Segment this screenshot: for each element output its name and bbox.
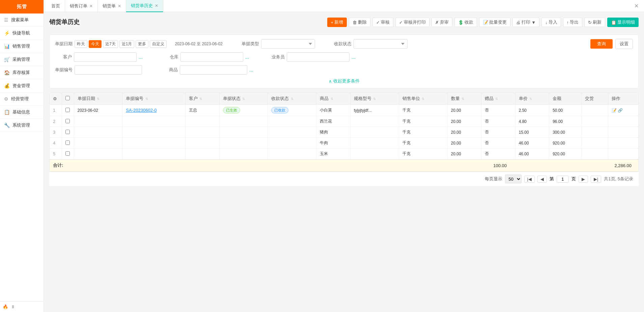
collapse-more-btn[interactable]: ∧ 收起更多条件 [55, 78, 633, 84]
refresh-button[interactable]: ↻ 刷新 [584, 18, 605, 27]
row-checkbox-cell[interactable] [62, 127, 74, 138]
show-detail-button[interactable]: 📋 显示明细 [607, 18, 639, 27]
new-button[interactable]: + 新增 [327, 18, 347, 27]
tab-sales-history[interactable]: 销货单历史 ✕ [126, 0, 163, 12]
date-more-btn[interactable]: 更多 [136, 40, 148, 48]
row-checkbox-cell[interactable] [62, 116, 74, 127]
print-button[interactable]: 🖨 打印 ▼ [512, 18, 539, 27]
row-checkbox[interactable] [65, 108, 70, 112]
col-collect-status[interactable]: 收款状态 ⇅ [268, 93, 316, 105]
sidebar-item-finance-mgmt[interactable]: 💰 资金管理 [0, 79, 44, 93]
sort-gift-icon: ⇅ [495, 97, 498, 101]
row-checkbox[interactable] [65, 119, 70, 123]
col-goods[interactable]: 商品 ⇅ [316, 93, 351, 105]
warehouse-input[interactable] [180, 52, 243, 62]
tab-sales-order[interactable]: 销售订单 ✕ [65, 0, 98, 12]
col-amount: 金额 [549, 93, 582, 105]
per-page-select[interactable]: 50 [505, 175, 522, 183]
row-checkbox[interactable] [65, 151, 70, 156]
col-settings[interactable]: ⚙ [50, 93, 62, 105]
sidebar-item-operations-mgmt[interactable]: ⚙ 经营管理 [0, 93, 44, 106]
discard-icon: ✗ [435, 20, 439, 25]
salesperson-dots-btn[interactable]: ... [352, 54, 356, 60]
query-button[interactable]: 查询 [590, 39, 613, 49]
discard-button[interactable]: ✗ 弃审 [431, 18, 452, 27]
sidebar-item-basic-info[interactable]: 📋 基础信息 [0, 106, 44, 119]
collect-button[interactable]: 💲 收款 [454, 18, 477, 27]
customer-input[interactable] [74, 52, 137, 62]
settings-button[interactable]: 设置 [615, 39, 633, 49]
date-1month-btn[interactable]: 近1月 [119, 40, 135, 48]
row-checkbox-cell[interactable] [62, 105, 74, 116]
date-today-btn[interactable]: 今天 [89, 40, 102, 48]
sidebar-bottom: 🔥 ⏸ [0, 301, 44, 312]
tab-sales-history-close-icon[interactable]: ✕ [155, 3, 158, 8]
collect-status-select[interactable] [354, 39, 408, 49]
col-sales-unit[interactable]: 销售单位 ⇅ [399, 93, 447, 105]
sidebar-item-system-mgmt[interactable]: 🔧 系统管理 [0, 119, 44, 132]
tab-home[interactable]: 首页 [47, 0, 65, 12]
table-header-row: ⚙ 单据日期 ⇅ 单据编号 ⇅ [50, 93, 638, 105]
doc-number-input[interactable] [75, 65, 142, 75]
row-checkbox-cell[interactable] [62, 138, 74, 149]
tab-sales-order-close-icon[interactable]: ✕ [89, 4, 93, 8]
col-checkbox[interactable] [62, 93, 74, 105]
select-all-checkbox[interactable] [65, 96, 70, 100]
col-quantity[interactable]: 数量 ⇅ [447, 93, 481, 105]
footer-amount-total: 2,286.00 [601, 163, 635, 168]
date-custom-btn[interactable]: 自定义 [150, 40, 167, 48]
row-checkbox[interactable] [65, 140, 70, 145]
doc-type-select[interactable] [261, 39, 315, 49]
goods-input[interactable] [180, 65, 247, 75]
sidebar-item-search-menu[interactable]: ☰ 搜索菜单 [0, 14, 44, 27]
goods-dots-btn[interactable]: ... [249, 67, 253, 73]
tab-sales-goods-close-icon[interactable]: ✕ [118, 4, 121, 8]
filter-row-3: 单据编号 商品 ... [55, 65, 633, 75]
doc-date-cell: 2023-06-02 [74, 105, 122, 116]
import-button[interactable]: ↓ 导入 [541, 18, 561, 27]
col-doc-date[interactable]: 单据日期 ⇅ [74, 93, 122, 105]
doc-number-link[interactable]: SA-20230602-0 [126, 108, 157, 113]
doc-number-cell[interactable]: SA-20230602-0 [122, 105, 186, 116]
delete-button[interactable]: 🗑 删除 [349, 18, 370, 27]
col-doc-number[interactable]: 单据编号 ⇅ [122, 93, 186, 105]
date-yesterday-btn[interactable]: 昨天 [75, 40, 87, 48]
sidebar-bottom-left-icon[interactable]: 🔥 [3, 304, 8, 309]
more-op-btn[interactable]: 🔗 [618, 108, 623, 113]
sidebar-item-quick-nav[interactable]: ⚡ 快捷导航 [0, 27, 44, 40]
col-unit-price-label: 单价 [519, 96, 528, 101]
last-page-btn[interactable]: ▶| [591, 176, 601, 183]
customer-dots-btn[interactable]: ... [139, 54, 143, 60]
next-page-btn[interactable]: ▶ [579, 176, 588, 183]
col-customer[interactable]: 客户 ⇅ [186, 93, 220, 105]
tab-sales-goods[interactable]: 销货单 ✕ [98, 0, 126, 12]
batch-change-button[interactable]: 📝 批量变更 [479, 18, 510, 27]
sidebar-item-sales-mgmt[interactable]: 📊 销售管理 [0, 40, 44, 53]
footer-label: 合计: [53, 162, 73, 168]
operation-cell[interactable]: 📝 🔗 [608, 105, 638, 116]
prev-page-btn[interactable]: ◀ [537, 176, 547, 183]
sidebar-item-inventory[interactable]: 🏠 库存核算 [0, 66, 44, 79]
col-doc-status[interactable]: 单据状态 ⇅ [219, 93, 268, 105]
warehouse-dots-btn[interactable]: ... [245, 54, 249, 60]
row-checkbox-cell[interactable] [62, 149, 74, 159]
customer-cell [186, 116, 220, 127]
sidebar-item-purchase-mgmt[interactable]: 🛒 采购管理 [0, 53, 44, 66]
col-spec-type[interactable]: 规格型号 ⇅ [350, 93, 399, 105]
first-page-btn[interactable]: |◀ [524, 176, 535, 183]
audit-print-button[interactable]: ✓ 审核并打印 [395, 18, 429, 27]
col-unit-price[interactable]: 单价 ⇅ [515, 93, 549, 105]
col-customer-label: 客户 [189, 96, 198, 101]
tabs-close-all-icon[interactable]: ✕ [632, 3, 641, 9]
sidebar-bottom-right-icon[interactable]: ⏸ [11, 304, 15, 309]
edit-op-btn[interactable]: 📝 [612, 108, 617, 113]
col-gift[interactable]: 赠品 ⇅ [481, 93, 515, 105]
refresh-icon: ↻ [588, 20, 592, 25]
salesperson-input[interactable] [287, 52, 349, 62]
page-number-input[interactable] [557, 176, 569, 183]
refresh-label: 刷新 [593, 19, 601, 25]
audit-button[interactable]: ✓ 审核 [372, 18, 393, 27]
export-button[interactable]: ↑ 导出 [563, 18, 583, 27]
row-checkbox[interactable] [65, 130, 70, 134]
date-7days-btn[interactable]: 近7天 [103, 40, 118, 48]
